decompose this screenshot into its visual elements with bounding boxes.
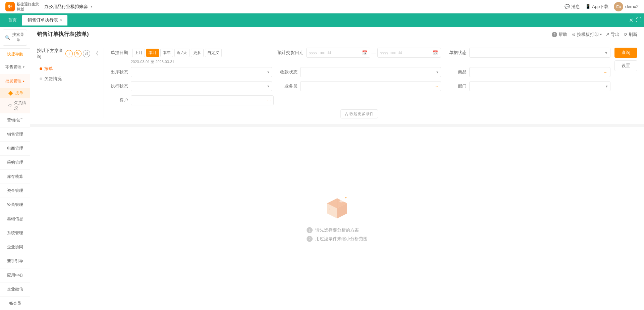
refresh-btn[interactable]: ↺ 刷新	[624, 32, 637, 38]
sidebar-item-ecommerce[interactable]: 电商管理	[0, 142, 30, 156]
expected-delivery-start[interactable]: yyyy-mm-dd 📅	[306, 48, 370, 58]
message-action[interactable]: 💬 消息	[565, 4, 580, 10]
close-window-btn[interactable]: ✕	[629, 17, 633, 23]
tab-home[interactable]: 首页	[3, 15, 22, 25]
search-label: 搜索菜单	[11, 32, 25, 43]
date-btn-current-year[interactable]: 本年	[160, 49, 173, 57]
expected-delivery-end[interactable]: yyyy-mm-dd 📅	[377, 48, 441, 58]
app-title-dropdown[interactable]: ▾	[91, 4, 93, 9]
app-title: 办公用品行业模拟账套	[44, 4, 88, 10]
sidebar-item-operation[interactable]: 经营管理	[0, 198, 30, 212]
department-label: 部门	[446, 83, 467, 89]
sidebar-item-enterprise[interactable]: 企业协同	[0, 240, 30, 254]
scheme-add-btn[interactable]: +	[65, 50, 73, 57]
scheme-collapse-btn[interactable]: 《	[94, 51, 98, 57]
receipt-label: 收款状态	[277, 69, 298, 75]
goods-input[interactable]: ···	[469, 67, 610, 77]
date-btn-custom[interactable]: 自定义	[205, 49, 222, 57]
sidebar-search-button[interactable]: 🔍 搜索菜单	[3, 30, 27, 46]
single-status-label: 单据状态	[446, 50, 467, 56]
empty-illustration: ✦ ✦	[324, 195, 351, 222]
filter-scheme: 按以下方案查询 + ✎ ↺ 《 按单 欠货情况	[37, 48, 104, 118]
maximize-window-btn[interactable]: ⛶	[636, 17, 641, 23]
outbound-status-select[interactable]	[131, 67, 272, 77]
filter-panel: 按以下方案查询 + ✎ ↺ 《 按单 欠货情况	[30, 42, 644, 124]
sidebar-item-wechat[interactable]: 企业微信	[0, 282, 30, 297]
app-download-action[interactable]: 📱 App下载	[585, 4, 608, 10]
collapse-filter-btn[interactable]: ⋀ 收起更多条件	[340, 109, 378, 118]
date-btn-group: 上月 本月 本年 近7天 更多 自定义	[132, 49, 222, 57]
scheme-item-by-owes[interactable]: 欠货情况	[37, 74, 98, 84]
sidebar-item-inventory[interactable]: 库存核算	[0, 170, 30, 184]
sidebar-item-finance[interactable]: 资金管理	[0, 184, 30, 198]
export-icon: ↗	[606, 32, 609, 37]
single-status-select[interactable]: ▾	[469, 48, 610, 58]
department-select-wrapper: ▾	[469, 81, 610, 91]
customer-input[interactable]: ···	[131, 95, 274, 105]
sidebar-item-retail[interactable]: 零售管理 ▾	[0, 60, 30, 74]
empty-tip-1: 1 请先选择要分析的方案	[307, 227, 368, 233]
top-bar-left: 好 畅捷通好生意 标版 办公用品行业模拟账套 ▾	[5, 2, 93, 11]
scheme-refresh-btn[interactable]: ↺	[83, 50, 90, 57]
header-actions: ? 帮助 🖨 按模板打印 ▾ ↗ 导出 ↺ 刷新	[552, 32, 637, 38]
date-btn-current-month[interactable]: 本月	[146, 49, 159, 57]
salesperson-label: 业务员	[277, 83, 298, 89]
receipt-status-select[interactable]	[300, 67, 441, 77]
sidebar: 🔍 搜索菜单 快捷导航 零售管理 ▾ 批发管理 ▴ 🔶 按单 ⏱ 欠货情况 营销…	[0, 27, 30, 310]
export-btn[interactable]: ↗ 导出	[606, 32, 620, 38]
user-area[interactable]: Ea demo2	[614, 2, 639, 11]
top-bar: 好 畅捷通好生意 标版 办公用品行业模拟账套 ▾ 💬 消息 📱 App下载 Ea…	[0, 0, 644, 13]
submenu-presale[interactable]: 🔶 按单	[0, 88, 30, 98]
quick-nav-btn[interactable]: 快捷导航	[0, 49, 30, 60]
date-btn-last-7days[interactable]: 近7天	[174, 49, 190, 57]
customer-field: 客户 ···	[108, 95, 274, 105]
date-range-text: 2023-03-01 至 2023-03-31	[131, 60, 174, 64]
sidebar-item-system[interactable]: 系统管理	[0, 226, 30, 240]
date-btn-more[interactable]: 更多	[191, 49, 204, 57]
top-bar-right: 💬 消息 📱 App下载 Ea demo2	[565, 2, 639, 11]
receipt-select-wrapper: ▾	[300, 67, 441, 77]
tab-sales-order[interactable]: 销售订单执行表 ×	[22, 15, 67, 25]
app-download-icon: 📱	[585, 4, 591, 9]
department-field: 部门 ▾	[446, 81, 610, 91]
goods-label: 商品	[446, 69, 467, 75]
filter-actions: 查询 设置	[614, 48, 637, 118]
scheme-header: 按以下方案查询 + ✎ ↺ 《	[37, 48, 98, 60]
sidebar-item-newbie[interactable]: 新手引导	[0, 254, 30, 268]
calendar-icon-end: 📅	[433, 50, 438, 55]
sidebar-item-wholesale[interactable]: 批发管理 ▴	[0, 74, 30, 88]
sidebar-item-marketing[interactable]: 营销推广	[0, 113, 30, 127]
message-label: 消息	[571, 4, 580, 10]
submenu-owes[interactable]: ⏱ 欠货情况	[0, 98, 30, 113]
customer-label: 客户	[108, 97, 128, 103]
filter-row-2: 出库状态 ▾ 收款状态	[108, 67, 610, 77]
wholesale-submenu: 🔶 按单 ⏱ 欠货情况	[0, 88, 30, 113]
page-title: 销售订单执行表(按单)	[37, 31, 89, 38]
help-btn[interactable]: ? 帮助	[552, 32, 567, 38]
refresh-icon: ↺	[624, 32, 627, 37]
outbound-label: 出库状态	[108, 69, 128, 75]
main-layout: 🔍 搜索菜单 快捷导航 零售管理 ▾ 批发管理 ▴ 🔶 按单 ⏱ 欠货情况 营销…	[0, 27, 644, 310]
department-select[interactable]	[469, 81, 610, 91]
execution-status-select[interactable]	[131, 81, 272, 91]
tab-close-icon[interactable]: ×	[60, 18, 62, 22]
sidebar-item-basic[interactable]: 基础信息	[0, 212, 30, 226]
date-btn-last-month[interactable]: 上月	[132, 49, 145, 57]
sidebar-item-appstore[interactable]: 应用中心	[0, 268, 30, 282]
salesperson-input[interactable]: ···	[300, 81, 441, 91]
execution-label: 执行状态	[108, 83, 128, 89]
sidebar-item-vip[interactable]: 畅会员	[0, 297, 30, 310]
scheme-item-by-single[interactable]: 按单	[37, 64, 98, 74]
tip-text-1: 请先选择要分析的方案	[315, 227, 359, 233]
print-template-btn[interactable]: 🖨 按模板打印 ▾	[571, 32, 602, 38]
sidebar-item-purchase[interactable]: 采购管理	[0, 156, 30, 170]
tip-num-2: 2	[307, 236, 313, 242]
scheme-dot	[40, 67, 42, 70]
presale-icon: 🔶	[8, 91, 13, 96]
tip-num-1: 1	[307, 227, 313, 233]
query-button[interactable]: 查询	[614, 48, 637, 58]
scheme-edit-btn[interactable]: ✎	[74, 50, 82, 57]
sidebar-item-sales[interactable]: 销售管理	[0, 127, 30, 142]
sidebar-search: 🔍 搜索菜单	[0, 27, 30, 49]
settings-button[interactable]: 设置	[614, 60, 637, 71]
